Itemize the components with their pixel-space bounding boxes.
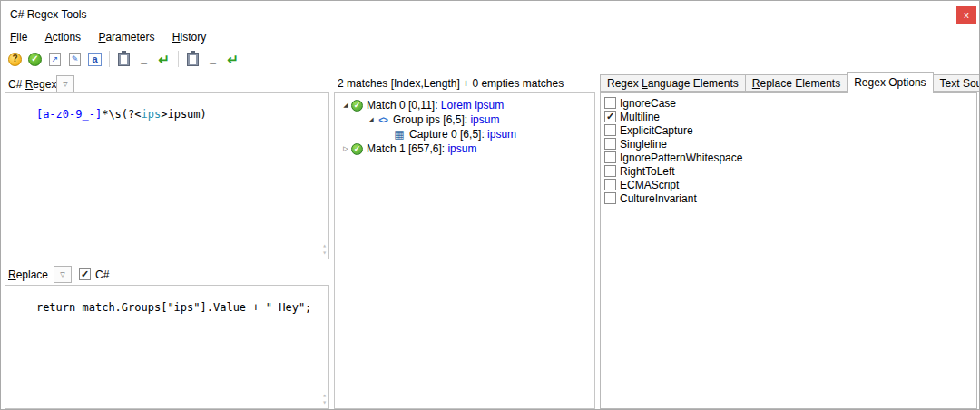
edit-document-icon: ✎: [69, 53, 81, 66]
option-righttoleft[interactable]: RightToLeft: [604, 164, 976, 178]
replace-input[interactable]: return match.Groups["ips"].Value + " Hey…: [5, 285, 329, 409]
menu-bar: File Actions Parameters History: [3, 28, 979, 47]
checkbox[interactable]: [604, 192, 616, 204]
csharp-checkbox-label: C#: [95, 268, 109, 281]
tree-row-label: Capture 0 [6,5]:: [409, 128, 487, 141]
tree-row-match-1[interactable]: ▷ ✓ Match 1 [657,6]: ipsum: [340, 142, 594, 156]
tree-row-label: Match 1 [657,6]:: [367, 142, 447, 155]
option-explicitcapture[interactable]: ExplicitCapture: [604, 123, 976, 137]
tab-regex-options[interactable]: Regex Options: [847, 72, 933, 93]
capture-grid-icon: ▦: [393, 129, 406, 140]
close-button[interactable]: x: [956, 6, 976, 24]
tab-text-source[interactable]: Text Source: [933, 74, 980, 92]
menu-file[interactable]: File: [3, 28, 34, 46]
replace-label: Replace: [8, 268, 48, 281]
help-icon: ?: [8, 53, 22, 66]
option-label: Singleline: [620, 138, 667, 151]
tree-row-match-0[interactable]: ◢ ✓ Match 0 [0,11]: Lorem ipsum: [340, 98, 594, 112]
paste-regex-button[interactable]: [115, 51, 132, 68]
checkbox[interactable]: [604, 138, 616, 150]
title-bar: C# Regex Tools x: [1, 1, 979, 28]
copy-button[interactable]: ↗: [46, 51, 64, 68]
regex-input[interactable]: [a-z0-9_-]*\s(?<ips>ipsum) ▴ ▾: [5, 92, 329, 259]
csharp-replace-checkbox[interactable]: ✓: [79, 268, 91, 280]
regex-segment: ips: [142, 108, 162, 121]
regex-segment: *\s(?<: [102, 108, 141, 121]
option-label: CultureInvariant: [620, 192, 697, 205]
replace-content: return match.Groups["ips"].Value + " Hey…: [36, 301, 311, 314]
app-window: C# Regex Tools x File Actions Parameters…: [0, 0, 980, 410]
option-ignorepatternwhitespace[interactable]: IgnorePatternWhitespace: [604, 151, 976, 164]
menu-history[interactable]: History: [165, 28, 213, 46]
tree-row-label: Match 0 [0,11]:: [367, 99, 441, 112]
tab-regex-language-elements[interactable]: Regex Language Elements: [600, 74, 746, 92]
return-arrow-icon: ↵: [158, 53, 170, 66]
toolbar-separator: [178, 51, 179, 67]
underscore-icon: _: [210, 53, 216, 65]
tree-row-value: Lorem ipsum: [441, 99, 504, 112]
match-check-icon: ✓: [351, 100, 363, 112]
option-cultureinvariant[interactable]: CultureInvariant: [604, 191, 976, 205]
tab-strip: Regex Language Elements Replace Elements…: [600, 73, 980, 92]
regex-segment: [a-z0-9_-]: [36, 108, 102, 121]
expander-icon[interactable]: ▷: [340, 145, 351, 152]
toolbar: ? ✓ ↗ ✎ a _ ↵ _ ↵: [1, 47, 979, 71]
tree-row-label: Group ips [6,5]:: [393, 113, 470, 126]
close-icon: x: [964, 9, 969, 20]
checkbox[interactable]: [604, 179, 616, 190]
return-arrow-icon: ↵: [227, 53, 239, 66]
text-source-button[interactable]: a: [86, 51, 103, 68]
option-ecmascript[interactable]: ECMAScript: [604, 178, 976, 191]
option-multiline[interactable]: ✓ Multiline: [604, 110, 976, 123]
scroll-down-icon[interactable]: ▾: [322, 249, 327, 257]
option-label: IgnoreCase: [620, 97, 676, 110]
underscore-icon: _: [141, 53, 147, 65]
chevron-down-icon: ▽: [63, 81, 67, 88]
matches-tree: ◢ ✓ Match 0 [0,11]: Lorem ipsum ◢ <> Gro…: [334, 92, 595, 409]
clipboard-icon: [118, 53, 130, 66]
menu-actions[interactable]: Actions: [38, 28, 88, 46]
checkbox[interactable]: [604, 97, 616, 109]
space-replace-button[interactable]: _: [204, 51, 221, 68]
regex-segment: >ipsum): [161, 108, 207, 121]
menu-parameters[interactable]: Parameters: [91, 28, 162, 46]
expander-icon[interactable]: ◢: [366, 116, 377, 123]
clipboard-icon: [187, 53, 199, 66]
option-label: RightToLeft: [620, 165, 675, 178]
chevron-down-icon: ▽: [60, 271, 64, 278]
check-icon: ✓: [81, 269, 89, 279]
option-label: IgnorePatternWhitespace: [620, 151, 742, 164]
option-label: ExplicitCapture: [620, 124, 693, 137]
newline-replace-button[interactable]: ↵: [224, 51, 241, 68]
tree-row-value: ipsum: [447, 142, 476, 155]
checkbox-checked[interactable]: ✓: [604, 111, 616, 122]
tree-row-capture-0[interactable]: ▦ Capture 0 [6,5]: ipsum: [382, 127, 594, 142]
checkbox[interactable]: [604, 165, 616, 177]
space-regex-button[interactable]: _: [135, 51, 152, 68]
help-button[interactable]: ?: [6, 51, 24, 68]
tree-row-value: ipsum: [487, 128, 516, 141]
window-title: C# Regex Tools: [10, 8, 87, 21]
checkbox[interactable]: [604, 124, 616, 136]
scroll-down-icon[interactable]: ▾: [322, 399, 327, 406]
newline-regex-button[interactable]: ↵: [155, 51, 172, 68]
toolbar-separator: [109, 51, 110, 67]
regex-label: C# Regex: [8, 78, 56, 91]
tab-replace-elements[interactable]: Replace Elements: [745, 74, 848, 92]
text-icon: a: [88, 53, 102, 66]
tree-row-group-ips[interactable]: ◢ <> Group ips [6,5]: ipsum: [366, 112, 594, 127]
replace-history-dropdown[interactable]: ▽: [54, 266, 72, 283]
option-singleline[interactable]: Singleline: [604, 137, 976, 151]
check-icon: ✓: [28, 53, 42, 66]
paste-replace-button[interactable]: [184, 51, 201, 68]
group-brackets-icon: <>: [377, 115, 389, 125]
regex-history-dropdown[interactable]: ▽: [56, 75, 74, 93]
expander-icon[interactable]: ◢: [340, 102, 351, 109]
run-button[interactable]: ✓: [26, 51, 44, 68]
checkbox[interactable]: [604, 151, 616, 163]
edit-document-button[interactable]: ✎: [66, 51, 83, 68]
option-label: Multiline: [620, 111, 660, 123]
option-ignorecase[interactable]: IgnoreCase: [604, 96, 976, 110]
match-check-icon: ✓: [351, 143, 363, 155]
option-label: ECMAScript: [620, 179, 679, 191]
